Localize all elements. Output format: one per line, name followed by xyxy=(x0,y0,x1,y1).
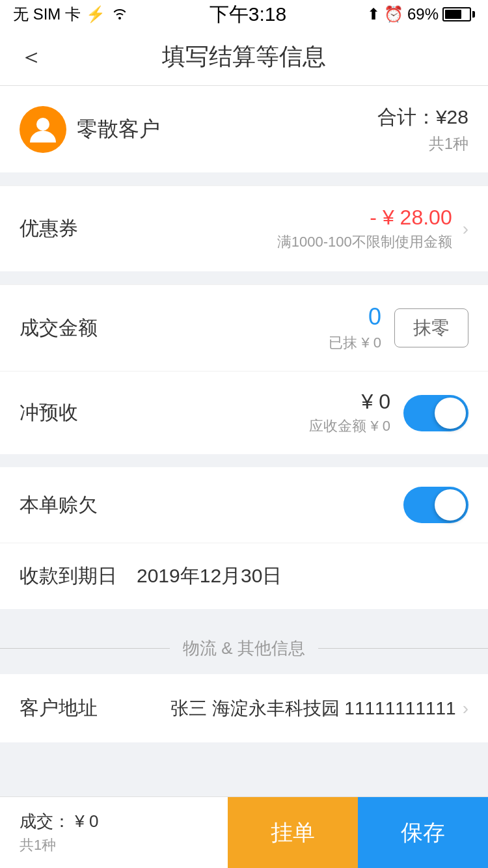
coupon-value-area: - ¥ 28.00 满1000-100不限制使用金额 xyxy=(277,206,452,252)
status-left: 无 SIM 卡 ⚡ xyxy=(13,4,129,25)
credit-label: 本单赊欠 xyxy=(20,492,98,519)
back-button[interactable]: ＜ xyxy=(20,41,43,73)
divider-4 xyxy=(0,609,488,622)
bottom-count: 共1种 xyxy=(20,835,208,855)
coupon-right: - ¥ 28.00 满1000-100不限制使用金额 › xyxy=(277,206,468,252)
divider-3 xyxy=(0,454,488,467)
avatar xyxy=(20,106,66,153)
transaction-label: 成交金额 xyxy=(20,315,98,342)
nav-bar: ＜ 填写结算等信息 xyxy=(0,29,488,86)
wifi-icon: ⚡ xyxy=(86,5,105,23)
bottom-transaction-row: 成交： ¥ 0 xyxy=(20,810,208,833)
duedate-label: 收款到期日 xyxy=(20,563,117,590)
coupon-description: 满1000-100不限制使用金额 xyxy=(277,232,452,252)
address-label: 客户地址 xyxy=(20,695,98,722)
customer-name: 零散客户 xyxy=(77,115,160,144)
status-right: ⬆ ⏰ 69% xyxy=(367,5,475,23)
credit-section: 本单赊欠 收款到期日 2019年12月30日 xyxy=(0,467,488,609)
prepay-main-value: ¥ 0 xyxy=(309,390,390,414)
customer-row: 零散客户 合计：¥28 共1种 xyxy=(0,86,488,172)
bottom-info: 成交： ¥ 0 共1种 xyxy=(0,810,228,855)
prepay-right: ¥ 0 应收金额 ¥ 0 xyxy=(309,390,468,436)
battery-icon xyxy=(442,7,475,21)
transaction-row: 成交金额 0 已抹 ¥ 0 抹零 xyxy=(0,284,488,371)
wifi-signal-icon xyxy=(111,5,129,23)
customer-section: 零散客户 合计：¥28 共1种 xyxy=(0,86,488,172)
address-chevron-icon: › xyxy=(463,698,468,719)
logistics-header-text: 物流 & 其他信息 xyxy=(170,637,318,660)
duedate-row: 收款到期日 2019年12月30日 xyxy=(0,543,488,609)
prepay-label: 冲预收 xyxy=(20,400,78,426)
status-time: 下午3:18 xyxy=(210,1,286,28)
prepay-sub-value: 应收金额 ¥ 0 xyxy=(309,416,390,436)
address-value: 张三 海淀永丰科技园 11111111111 xyxy=(117,696,456,721)
transaction-value-area: 0 已抹 ¥ 0 xyxy=(329,303,381,353)
bottom-transaction-value: ¥ 0 xyxy=(75,811,98,831)
transaction-section: 成交金额 0 已抹 ¥ 0 抹零 冲预收 ¥ 0 应收金额 ¥ 0 xyxy=(0,284,488,454)
page-title: 填写结算等信息 xyxy=(162,41,326,73)
credit-toggle[interactable] xyxy=(403,487,468,523)
prepay-row: 冲预收 ¥ 0 应收金额 ¥ 0 xyxy=(0,371,488,454)
chevron-right-icon: › xyxy=(463,219,468,239)
round-zero-button[interactable]: 抹零 xyxy=(394,308,468,347)
address-section: 客户地址 张三 海淀永丰科技园 11111111111 › xyxy=(0,674,488,742)
toggle-knob xyxy=(435,398,466,429)
coupon-label: 优惠券 xyxy=(20,215,78,242)
customer-right: 合计：¥28 共1种 xyxy=(377,104,468,154)
location-icon: ⬆ xyxy=(367,5,380,23)
coupon-section: 优惠券 - ¥ 28.00 满1000-100不限制使用金额 › xyxy=(0,185,488,271)
duedate-value: 2019年12月30日 xyxy=(137,563,282,590)
prepay-value-area: ¥ 0 应收金额 ¥ 0 xyxy=(309,390,390,436)
total-count: 共1种 xyxy=(377,133,468,154)
carrier-text: 无 SIM 卡 xyxy=(13,4,81,25)
divider-2 xyxy=(0,271,488,284)
alarm-icon: ⏰ xyxy=(384,5,403,23)
bottom-bar: 成交： ¥ 0 共1种 挂单 保存 xyxy=(0,796,488,868)
transaction-right: 0 已抹 ¥ 0 抹零 xyxy=(329,303,468,353)
bottom-transaction-label: 成交： xyxy=(20,811,70,831)
customer-left: 零散客户 xyxy=(20,106,160,153)
credit-row: 本单赊欠 xyxy=(0,467,488,543)
divider-1 xyxy=(0,172,488,185)
total-amount: 合计：¥28 xyxy=(377,104,468,131)
status-bar: 无 SIM 卡 ⚡ 下午3:18 ⬆ ⏰ 69% xyxy=(0,0,488,29)
logistics-header: 物流 & 其他信息 xyxy=(0,622,488,674)
battery-percent: 69% xyxy=(407,5,439,23)
svg-point-0 xyxy=(36,118,49,131)
coupon-discount-value: - ¥ 28.00 xyxy=(277,206,452,230)
credit-toggle-knob xyxy=(435,489,466,521)
coupon-row[interactable]: 优惠券 - ¥ 28.00 满1000-100不限制使用金额 › xyxy=(0,185,488,271)
transaction-sub-label: 已抹 ¥ 0 xyxy=(329,333,381,353)
prepay-toggle[interactable] xyxy=(403,395,468,431)
address-row[interactable]: 客户地址 张三 海淀永丰科技园 11111111111 › xyxy=(0,674,488,742)
transaction-value: 0 xyxy=(329,303,381,331)
save-button[interactable]: 保存 xyxy=(358,797,488,869)
hold-button[interactable]: 挂单 xyxy=(228,797,358,869)
